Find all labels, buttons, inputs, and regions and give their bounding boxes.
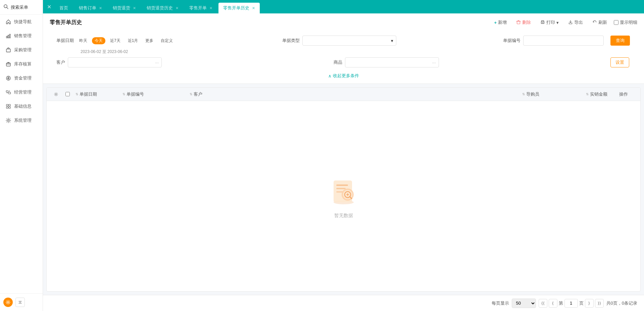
page-title-row: 零售开单历史 + 新增 删除 — [50, 18, 637, 27]
query-button[interactable]: 查询 — [610, 36, 630, 46]
filter-row-1: 单据日期 昨天 今天 近7天 近1月 更多 自定义 单据类型 — [56, 36, 631, 46]
date-custom[interactable]: 自定义 — [158, 37, 176, 44]
search-icon — [3, 4, 9, 10]
customer-input[interactable]: ··· — [68, 57, 162, 67]
sidebar-item-finance[interactable]: 资金管理 — [0, 71, 43, 85]
tab-sales-return-history[interactable]: 销货退货历史 ✕ — [142, 3, 183, 13]
last-page-button[interactable]: ⟩⟩ — [595, 299, 604, 308]
product-input[interactable]: ··· — [345, 57, 439, 67]
tab-sales-order-label: 销售订单 — [79, 5, 96, 11]
tab-close-icon[interactable]: ✕ — [252, 6, 255, 10]
collapse-filter-button[interactable]: ∧ 收起更多条件 — [328, 73, 359, 79]
date-today[interactable]: 今天 — [92, 37, 105, 44]
th-action-label: 操作 — [619, 91, 628, 97]
print-icon — [540, 20, 545, 25]
sidebar-item-sales-mgmt[interactable]: 销售管理 — [0, 29, 43, 43]
date-buttons: 昨天 今天 近7天 近1月 更多 自定义 — [77, 37, 176, 44]
home-icon — [5, 19, 11, 25]
show-detail-input[interactable] — [614, 20, 618, 25]
prev-page-button[interactable]: ⟨ — [549, 299, 557, 308]
tab-close-icon[interactable]: ✕ — [133, 6, 136, 10]
page-header: 零售开单历史 + 新增 删除 — [43, 13, 644, 84]
page-number-input[interactable] — [564, 299, 578, 308]
sidebar-item-label: 快捷导航 — [14, 19, 32, 25]
sidebar-item-label: 库存核算 — [14, 61, 32, 67]
sidebar-collapse-button[interactable] — [15, 298, 25, 307]
print-button[interactable]: 打印 ▾ — [538, 18, 561, 27]
add-button[interactable]: + 新增 — [491, 18, 509, 27]
customer-filter-label: 客户 — [56, 59, 65, 65]
sort-icon: ⇅ — [76, 92, 78, 96]
num-input[interactable] — [523, 36, 604, 46]
sidebar-item-label: 基础信息 — [14, 103, 32, 109]
tab-home[interactable]: 首页 — [55, 3, 73, 13]
filter-row-2: 客户 ··· 商品 ··· 设置 — [56, 57, 631, 67]
date-1month[interactable]: 近1月 — [125, 37, 141, 44]
main-area: ✕ 首页 销售订单 ✕ 销货退货 ✕ 销货退货历史 ✕ 零售开单 ✕ 零售开单历… — [43, 0, 644, 311]
tab-retail-open-history[interactable]: 零售开单历史 ✕ — [218, 3, 260, 13]
svg-rect-16 — [517, 21, 520, 24]
th-amount-label: 实销金额 — [590, 91, 607, 97]
date-7days[interactable]: 近7天 — [107, 37, 123, 44]
th-settings[interactable] — [50, 92, 62, 97]
tab-close-icon[interactable]: ✕ — [209, 6, 212, 10]
export-button[interactable]: 导出 — [565, 18, 586, 27]
settings-button[interactable] — [3, 298, 13, 307]
date-more[interactable]: 更多 — [143, 37, 156, 44]
type-select[interactable]: ▾ — [302, 36, 396, 46]
delete-button[interactable]: 删除 — [513, 18, 534, 27]
window-close-button[interactable]: ✕ — [44, 4, 54, 10]
sidebar-item-inventory[interactable]: 库存核算 — [0, 57, 43, 71]
th-customer[interactable]: ⇅ 客户 — [187, 91, 519, 97]
th-guide-label: 导购员 — [526, 91, 539, 97]
type-filter-label: 单据类型 — [282, 38, 300, 44]
per-page-select[interactable]: 50 100 200 — [512, 299, 536, 308]
tab-retail-open[interactable]: 零售开单 ✕ — [185, 3, 217, 13]
sidebar-item-basic[interactable]: 基础信息 — [0, 99, 43, 113]
tab-close-icon[interactable]: ✕ — [176, 6, 179, 10]
date-filter-label: 单据日期 — [56, 38, 74, 44]
sidebar-item-label: 采购管理 — [14, 47, 32, 53]
tab-retail-open-label: 零售开单 — [189, 5, 207, 11]
tab-sales-order[interactable]: 销售订单 ✕ — [74, 3, 107, 13]
svg-point-15 — [7, 302, 9, 303]
num-filter-label: 单据编号 — [503, 38, 521, 44]
svg-rect-13 — [9, 107, 10, 108]
add-label: 新增 — [498, 19, 507, 25]
th-date[interactable]: ⇅ 单据日期 — [73, 91, 120, 97]
per-page-label: 每页显示 — [492, 300, 509, 306]
chevron-up-icon: ∧ — [328, 73, 332, 79]
th-num[interactable]: ⇅ 单据编号 — [120, 91, 187, 97]
date-yesterday[interactable]: 昨天 — [77, 37, 90, 44]
th-num-label: 单据编号 — [127, 91, 144, 97]
filter-date: 单据日期 昨天 今天 近7天 近1月 更多 自定义 — [56, 37, 176, 44]
svg-rect-9 — [9, 92, 11, 94]
toolbar: + 新增 删除 — [491, 18, 637, 27]
export-label: 导出 — [574, 19, 583, 25]
th-guide[interactable]: ⇅ 导购员 — [519, 91, 566, 97]
svg-rect-6 — [6, 63, 10, 66]
svg-rect-8 — [6, 91, 8, 92]
settings-query-button[interactable]: 设置 — [610, 57, 629, 67]
sidebar-item-purchase-mgmt[interactable]: 采购管理 — [0, 43, 43, 57]
show-detail-checkbox[interactable]: 显示明细 — [614, 19, 637, 25]
svg-rect-10 — [6, 104, 8, 106]
sidebar-item-operation[interactable]: 经营管理 — [0, 85, 43, 99]
dots-icon: ··· — [432, 60, 436, 65]
sidebar-search[interactable]: 搜索采单 — [0, 0, 43, 15]
th-customer-label: 客户 — [194, 91, 202, 97]
settings-btn-area: 设置 — [610, 57, 631, 67]
page-nav: ⟨⟨ ⟨ 第 页 ⟩ ⟩⟩ — [539, 299, 604, 308]
refresh-button[interactable]: 刷新 — [590, 18, 610, 27]
bag-icon — [5, 47, 11, 53]
th-amount[interactable]: ⇅ 实销金额 — [566, 91, 610, 97]
sidebar-item-quick-nav[interactable]: 快捷导航 — [0, 15, 43, 29]
tab-close-icon[interactable]: ✕ — [99, 6, 102, 10]
next-page-button[interactable]: ⟩ — [585, 299, 594, 308]
sidebar-item-system[interactable]: 系统管理 — [0, 113, 43, 127]
tab-bar: ✕ 首页 销售订单 ✕ 销货退货 ✕ 销货退货历史 ✕ 零售开单 ✕ 零售开单历… — [43, 0, 644, 13]
tab-sales-return[interactable]: 销货退货 ✕ — [108, 3, 141, 13]
th-checkbox[interactable] — [62, 92, 73, 96]
first-page-button[interactable]: ⟨⟨ — [539, 299, 547, 308]
select-all-checkbox[interactable] — [65, 92, 70, 96]
